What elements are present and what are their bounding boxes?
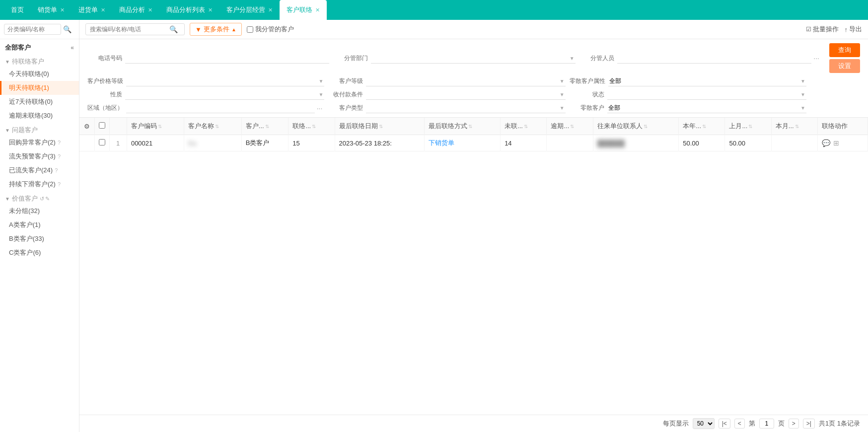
qr-action-icon[interactable]: ⊞: [833, 139, 839, 147]
filter-dept-select[interactable]: [371, 53, 575, 64]
nav-customer-tier[interactable]: 客户分层经营 ✕: [219, 0, 280, 20]
sidebar-collapse-icon[interactable]: «: [71, 44, 74, 51]
footer-bar: 每页显示 50 |< < 第 页 > >| 共1页 1条记录: [79, 415, 868, 432]
table-row: 1 000021 Ea B类客户 15 2023-05-23 18:25: 下销…: [79, 135, 868, 151]
td-overdue: [547, 135, 593, 151]
sidebar-group-pending[interactable]: ▼ 待联络客户: [0, 54, 79, 67]
first-page-button[interactable]: |<: [719, 419, 730, 429]
close-icon[interactable]: ✕: [101, 7, 105, 13]
th-gear[interactable]: ⚙: [79, 118, 94, 135]
sidebar-item-lost[interactable]: 已流失客户(24) ?: [0, 163, 79, 177]
th-uncontacted[interactable]: 未联...⇅: [501, 118, 547, 135]
sidebar-search-input[interactable]: [4, 24, 61, 35]
all-customers-title: 全部客户 «: [0, 39, 79, 54]
sidebar-item-week[interactable]: 近7天待联络(0): [0, 95, 79, 109]
sidebar-item-class-a[interactable]: A类客户(1): [0, 218, 79, 232]
set-button[interactable]: 设置: [829, 59, 860, 73]
sidebar-item-repurchase-abnormal[interactable]: 回购异常客户(2) ?: [0, 136, 79, 149]
nav-sales[interactable]: 销货单 ✕: [31, 0, 72, 20]
sidebar-item-class-c[interactable]: C类客户(6): [0, 246, 79, 260]
my-customer-wrap: 我分管的客户: [247, 25, 294, 34]
th-this-year[interactable]: 本年...⇅: [679, 118, 725, 135]
sidebar-item-lost-risk[interactable]: 流失预警客户(3) ?: [0, 149, 79, 163]
filter-nature-wrap: ▼: [125, 89, 324, 100]
filter-nature: 性质 ▼: [87, 89, 324, 100]
nav-goods-analysis-list[interactable]: 商品分析列表 ✕: [159, 0, 219, 20]
sidebar-item-tomorrow[interactable]: 明天待联络(1): [0, 81, 79, 95]
sidebar-item-overdue[interactable]: 逾期未联络(30): [0, 109, 79, 123]
sidebar-group-value[interactable]: ▼ 价值客户 ↺ ✎: [0, 191, 79, 204]
last-contact-method-link[interactable]: 下销货单: [429, 139, 454, 146]
filter-customer-type-select[interactable]: [366, 103, 565, 113]
arrow-icon: ▼: [5, 59, 10, 65]
more-dots-icon[interactable]: ···: [811, 54, 821, 62]
filter-nature-select[interactable]: [125, 89, 324, 100]
th-contact[interactable]: 联络...⇅: [289, 118, 335, 135]
sort-icon: ⇅: [795, 124, 799, 129]
help-icon[interactable]: ?: [58, 140, 61, 145]
sidebar-item-declining[interactable]: 持续下滑客户(2) ?: [0, 177, 79, 191]
filter-price-level-select[interactable]: [126, 76, 324, 86]
sidebar-group-problem[interactable]: ▼ 问题客户: [0, 123, 79, 136]
sidebar-item-today[interactable]: 今天待联络(0): [0, 67, 79, 81]
arrow-icon: ▼: [5, 128, 10, 133]
th-this-month[interactable]: 本月...⇅: [771, 118, 817, 135]
contact-action-icon[interactable]: 💬: [822, 139, 830, 147]
close-icon[interactable]: ✕: [208, 7, 213, 13]
filter-manager-input[interactable]: [617, 53, 812, 64]
page-number-input[interactable]: [759, 419, 774, 429]
nav-purchase[interactable]: 进货单 ✕: [72, 0, 112, 20]
th-code[interactable]: 客户编码⇅: [127, 118, 184, 135]
select-all-checkbox[interactable]: [99, 122, 105, 129]
sidebar-search-icon[interactable]: 🔍: [63, 25, 72, 33]
nav-goods-analysis[interactable]: 商品分析 ✕: [112, 0, 159, 20]
th-overdue[interactable]: 逾期...⇅: [547, 118, 593, 135]
sidebar: 🔍 全部客户 « ▼ 待联络客户 今天待联络(0) 明天待联络(1) 近7天待联…: [0, 20, 79, 432]
filter-payment-select[interactable]: [366, 89, 565, 100]
filter-retail-customer-select[interactable]: 全部: [607, 103, 806, 113]
filter-phone-input[interactable]: [125, 53, 329, 64]
next-page-button[interactable]: >: [789, 419, 799, 429]
th-last-month[interactable]: 上月...⇅: [725, 118, 771, 135]
search-icon[interactable]: 🔍: [169, 25, 178, 33]
query-button[interactable]: 查询: [829, 43, 860, 57]
export-button[interactable]: ↑ 导出: [845, 25, 863, 34]
close-icon[interactable]: ✕: [60, 7, 65, 13]
help-icon[interactable]: ?: [58, 181, 61, 187]
filter-retail-attr-select[interactable]: 全部: [608, 76, 806, 86]
batch-ops-button[interactable]: ☑ 批量操作: [806, 25, 839, 34]
row-checkbox[interactable]: [99, 139, 105, 145]
customer-table: ⚙ 客户编码⇅ 客户名称⇅ 客户...⇅: [79, 118, 868, 151]
th-customer-type[interactable]: 客户...⇅: [241, 118, 289, 135]
close-icon[interactable]: ✕: [148, 7, 152, 13]
search-input[interactable]: [90, 26, 169, 33]
close-icon[interactable]: ✕: [315, 7, 320, 13]
my-customer-checkbox[interactable]: [247, 26, 253, 33]
prev-page-button[interactable]: <: [734, 419, 745, 429]
nav-customer-contact[interactable]: 客户联络 ✕: [280, 0, 327, 20]
th-unit-contact[interactable]: 往来单位联系人⇅: [593, 118, 678, 135]
sidebar-item-ungrouped[interactable]: 未分组(32): [0, 204, 79, 218]
th-last-contact-date[interactable]: 最后联络日期⇅: [335, 118, 424, 135]
help-icon[interactable]: ?: [58, 153, 61, 159]
sidebar-item-class-b[interactable]: B类客户(33): [0, 232, 79, 246]
value-refresh-icon[interactable]: ↺: [40, 196, 44, 202]
filter-customer-type: 客户类型 ▼: [328, 103, 565, 113]
last-page-button[interactable]: >|: [803, 419, 815, 429]
th-name[interactable]: 客户名称⇅: [184, 118, 241, 135]
per-page-select[interactable]: 50: [693, 418, 715, 429]
nav-home[interactable]: 首页: [4, 0, 31, 20]
filter-customer-level-select[interactable]: [366, 76, 565, 86]
td-action: 💬 ⊞: [818, 135, 868, 151]
chevron-up-icon: ▲: [231, 27, 236, 32]
more-dots-icon[interactable]: ···: [315, 104, 325, 112]
help-icon[interactable]: ?: [55, 167, 58, 173]
filter-status-select[interactable]: [607, 89, 806, 100]
sort-icon: ⇅: [702, 124, 706, 129]
close-icon[interactable]: ✕: [268, 7, 273, 13]
value-edit-icon[interactable]: ✎: [45, 196, 50, 202]
filter-region-input[interactable]: [126, 103, 315, 113]
more-filter-button[interactable]: ▼ 更多条件 ▲: [190, 23, 242, 36]
filter-status: 状态 ▼: [570, 89, 806, 100]
th-last-contact-method[interactable]: 最后联络方式⇅: [424, 118, 500, 135]
